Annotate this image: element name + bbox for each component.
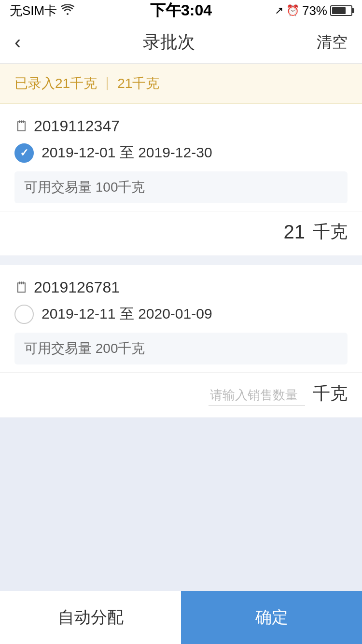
clear-button[interactable]: 清空 bbox=[317, 32, 348, 53]
status-right: ↗ ⏰ 73% bbox=[275, 3, 352, 18]
batch-date-2: 2019-12-11 至 2020-01-09 bbox=[42, 304, 212, 324]
carrier-text: 无SIM卡 bbox=[10, 2, 57, 19]
avail-row-2: 可用交易量 200千克 bbox=[14, 333, 348, 364]
recorded-amount: 已录入21千克 bbox=[14, 74, 97, 93]
batch-item-2: 🗒 2019126781 2019-12-11 至 2020-01-09 可用交… bbox=[0, 265, 362, 417]
qty-unit-1: 千克 bbox=[313, 220, 348, 244]
qty-input-2[interactable] bbox=[209, 381, 305, 406]
auto-distribute-button[interactable]: 自动分配 bbox=[0, 591, 181, 644]
batch-id-2: 2019126781 bbox=[34, 279, 120, 296]
qty-row-1: 21 千克 bbox=[0, 211, 362, 255]
batch-id-1: 2019112347 bbox=[34, 117, 120, 135]
bottom-bar: 自动分配 确定 bbox=[0, 591, 362, 644]
alarm-icon: ⏰ bbox=[286, 4, 299, 17]
avail-text-1: 可用交易量 100千克 bbox=[24, 180, 145, 195]
nav-bar: ‹ 录批次 清空 bbox=[0, 21, 362, 64]
battery-percent: 73% bbox=[302, 3, 327, 18]
section-separator bbox=[0, 256, 362, 265]
batch-date-row-1[interactable]: ✓ 2019-12-01 至 2019-12-30 bbox=[0, 140, 362, 168]
radio-1[interactable]: ✓ bbox=[14, 143, 34, 163]
wifi-icon bbox=[61, 3, 74, 18]
batch-date-row-2[interactable]: 2019-12-11 至 2020-01-09 bbox=[0, 301, 362, 329]
total-amount: 21千克 bbox=[117, 74, 159, 93]
batch-header-1: 🗒 2019112347 bbox=[0, 104, 362, 140]
page-title: 录批次 bbox=[143, 30, 195, 54]
qty-value-1: 21 bbox=[284, 221, 306, 243]
info-divider bbox=[107, 77, 108, 90]
location-icon: ↗ bbox=[275, 4, 283, 17]
avail-text-2: 可用交易量 200千克 bbox=[24, 341, 145, 356]
confirm-button[interactable]: 确定 bbox=[181, 591, 362, 644]
check-icon-1: ✓ bbox=[20, 147, 28, 159]
qty-row-2[interactable]: 千克 bbox=[0, 372, 362, 417]
batch-header-2: 🗒 2019126781 bbox=[0, 265, 362, 301]
back-button[interactable]: ‹ bbox=[14, 31, 21, 53]
batch-doc-icon-1: 🗒 bbox=[14, 118, 29, 135]
status-left: 无SIM卡 bbox=[10, 2, 74, 19]
status-bar: 无SIM卡 下午3:04 ↗ ⏰ 73% bbox=[0, 0, 362, 21]
batch-doc-icon-2: 🗒 bbox=[14, 280, 29, 296]
info-bar: 已录入21千克 21千克 bbox=[0, 64, 362, 104]
avail-row-1: 可用交易量 100千克 bbox=[14, 171, 348, 203]
radio-2[interactable] bbox=[14, 305, 34, 324]
batch-date-1: 2019-12-01 至 2019-12-30 bbox=[42, 143, 212, 163]
batch-item-1: 🗒 2019112347 ✓ 2019-12-01 至 2019-12-30 可… bbox=[0, 104, 362, 255]
status-time: 下午3:04 bbox=[150, 0, 212, 21]
qty-unit-2: 千克 bbox=[313, 382, 348, 406]
battery-icon bbox=[330, 5, 352, 16]
